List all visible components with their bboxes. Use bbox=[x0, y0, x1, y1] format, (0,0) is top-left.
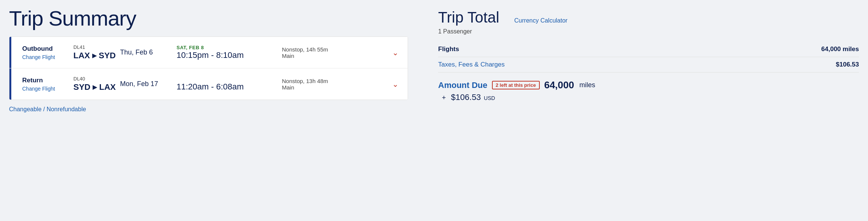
return-cabin: Main bbox=[282, 84, 384, 91]
amount-due-usd: $106.53 bbox=[451, 92, 481, 102]
outbound-date: Thu, Feb 6 bbox=[120, 48, 177, 56]
return-time-col: 11:20am - 6:08am bbox=[177, 76, 282, 92]
outbound-chevron-icon[interactable]: ⌄ bbox=[392, 48, 399, 57]
amount-due-miles: 64,000 bbox=[544, 79, 574, 91]
outbound-route-col: DL41 LAX ▸ SYD bbox=[67, 44, 120, 61]
return-chevron-col[interactable]: ⌄ bbox=[384, 80, 399, 89]
flights-cost-row: Flights 64,000 miles bbox=[438, 42, 859, 57]
return-date: Mon, Feb 17 bbox=[120, 80, 177, 88]
amount-due-usd-label: USD bbox=[484, 95, 495, 101]
amount-due-second-line: + $106.53 USD bbox=[438, 92, 859, 102]
outbound-cabin: Main bbox=[282, 53, 384, 59]
dollar-sign bbox=[448, 93, 450, 102]
return-time-range: 11:20am - 6:08am bbox=[177, 82, 282, 92]
amount-due-row: Amount Due 2 left at this price 64,000 m… bbox=[438, 79, 859, 91]
taxes-cost-row: Taxes, Fees & Charges $106.53 bbox=[438, 57, 859, 73]
right-section: Trip Total Currency Calculator 1 Passeng… bbox=[423, 6, 859, 212]
flights-label: Flights bbox=[438, 45, 459, 53]
flights-value: 64,000 miles bbox=[821, 45, 859, 53]
outbound-flight-row: Outbound Change Flight DL41 LAX ▸ SYD Th… bbox=[9, 37, 408, 68]
amount-due-label: Amount Due bbox=[438, 80, 487, 90]
return-route: SYD ▸ LAX bbox=[73, 82, 120, 92]
outbound-time-col: SAT, FEB 8 10:15pm - 8:10am bbox=[177, 45, 282, 60]
currency-calculator-link[interactable]: Currency Calculator bbox=[514, 17, 567, 24]
return-chevron-icon[interactable]: ⌄ bbox=[392, 80, 399, 89]
outbound-nonstop: Nonstop, 14h 55m bbox=[282, 46, 384, 53]
return-label: Return Change Flight bbox=[18, 77, 67, 92]
return-details-col: Nonstop, 13h 48m Main bbox=[282, 78, 384, 91]
return-type: Return bbox=[22, 77, 67, 84]
page-wrapper: Trip Summary Outbound Change Flight DL41… bbox=[0, 0, 868, 221]
outbound-route: LAX ▸ SYD bbox=[73, 51, 120, 61]
outbound-details-col: Nonstop, 14h 55m Main bbox=[282, 46, 384, 59]
trip-total-header: Trip Total Currency Calculator bbox=[438, 9, 859, 26]
outbound-date-note: SAT, FEB 8 bbox=[177, 45, 282, 50]
outbound-change-flight-link[interactable]: Change Flight bbox=[22, 54, 67, 60]
taxes-label[interactable]: Taxes, Fees & Charges bbox=[438, 61, 505, 68]
amount-due-miles-label: miles bbox=[579, 81, 595, 89]
page-title: Trip Summary bbox=[9, 6, 408, 30]
passenger-count: 1 Passenger bbox=[438, 28, 859, 35]
seats-left-badge: 2 left at this price bbox=[492, 81, 540, 89]
changeable-note: Changeable / Nonrefundable bbox=[9, 106, 408, 113]
outbound-type: Outbound bbox=[22, 45, 67, 53]
outbound-flight-number: DL41 bbox=[73, 44, 120, 50]
plus-sign: + bbox=[442, 94, 446, 102]
return-flight-number: DL40 bbox=[73, 76, 120, 82]
outbound-time-range: 10:15pm - 8:10am bbox=[177, 50, 282, 60]
taxes-value: $106.53 bbox=[836, 61, 859, 68]
flights-container: Outbound Change Flight DL41 LAX ▸ SYD Th… bbox=[9, 36, 408, 100]
return-change-flight-link[interactable]: Change Flight bbox=[22, 86, 67, 92]
left-section: Trip Summary Outbound Change Flight DL41… bbox=[9, 6, 408, 212]
trip-total-title: Trip Total bbox=[438, 9, 499, 26]
outbound-label: Outbound Change Flight bbox=[18, 45, 67, 60]
outbound-chevron-col[interactable]: ⌄ bbox=[384, 48, 399, 57]
return-route-col: DL40 SYD ▸ LAX bbox=[67, 76, 120, 92]
return-nonstop: Nonstop, 13h 48m bbox=[282, 78, 384, 84]
return-flight-row: Return Change Flight DL40 SYD ▸ LAX Mon,… bbox=[9, 68, 408, 100]
